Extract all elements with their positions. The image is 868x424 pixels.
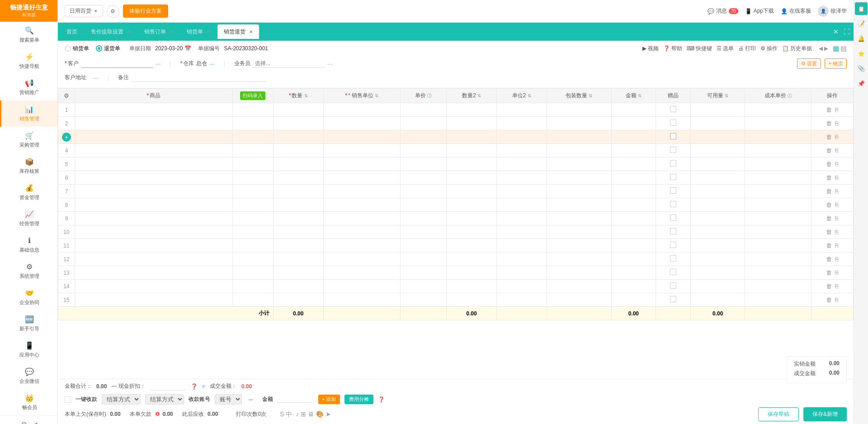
tab-close-1[interactable]: ✕ <box>127 29 131 34</box>
sidebar-item-库存核算[interactable]: 📦库存核算 <box>0 153 57 179</box>
gift-cell-4[interactable] <box>656 144 690 157</box>
pkgqty-cell-6[interactable] <box>547 171 611 185</box>
sidebar-item-经营管理[interactable]: 📈经营管理 <box>0 205 57 232</box>
pkgqty-cell-1[interactable] <box>547 103 611 117</box>
salesperson-input[interactable] <box>253 59 325 68</box>
cost-cell-11[interactable] <box>745 239 811 252</box>
qty2-cell-15[interactable] <box>447 293 497 307</box>
calendar-icon[interactable]: 📅 <box>184 45 191 52</box>
topbar-gear-button[interactable]: ⚙ <box>107 5 119 18</box>
tab-2[interactable]: 销售订单✕ <box>138 24 179 39</box>
unit-cell-6[interactable] <box>323 171 401 185</box>
product-cell-2[interactable] <box>75 117 233 130</box>
copy-row-btn-12[interactable]: ⎘ <box>834 255 840 263</box>
unit-cell-12[interactable] <box>323 252 401 266</box>
barcode-btn[interactable]: 扫码录入 <box>240 91 265 100</box>
available-cell-12[interactable] <box>690 252 745 266</box>
qty2-cell-5[interactable] <box>447 157 497 171</box>
delete-row-btn-15[interactable]: 🗑 <box>825 295 833 304</box>
history-btn[interactable]: 📋 历史单据 <box>782 45 812 52</box>
gift-cell-14[interactable] <box>656 280 690 293</box>
gift-cell-5[interactable] <box>656 157 690 171</box>
cost-cell-14[interactable] <box>745 280 811 293</box>
cost-cell-7[interactable] <box>745 185 811 198</box>
nav-prev-icon[interactable]: ◀ <box>819 45 823 52</box>
unit2-cell-15[interactable] <box>496 293 547 307</box>
gift-cell-11[interactable] <box>656 239 690 252</box>
pkgqty-cell-14[interactable] <box>547 280 611 293</box>
price-cell-4[interactable] <box>401 144 447 157</box>
delete-row-btn-9[interactable]: 🗑 <box>825 214 833 223</box>
qty-cell-2[interactable] <box>273 117 323 130</box>
sidebar-item-畅会员[interactable]: 👑畅会员 <box>0 389 57 415</box>
available-cell-7[interactable] <box>690 185 745 198</box>
available-cell-4[interactable] <box>690 144 745 157</box>
cost-cell-5[interactable] <box>745 157 811 171</box>
cost-cell-4[interactable] <box>745 144 811 157</box>
sidebar-item-新手引导[interactable]: 🆕新手引导 <box>0 310 57 337</box>
copy-row-btn-13[interactable]: ⎘ <box>834 268 840 277</box>
pkgqty-cell-10[interactable] <box>547 225 611 239</box>
price-cell-15[interactable] <box>401 293 447 307</box>
qty2-cell-8[interactable] <box>447 198 497 212</box>
cost-cell-12[interactable] <box>745 252 811 266</box>
remark-input[interactable] <box>131 73 267 82</box>
amount-cell-1[interactable] <box>611 103 656 117</box>
unit-cell-5[interactable] <box>323 157 401 171</box>
gift-cell-3[interactable] <box>656 130 690 144</box>
sidebar-item-应用中心[interactable]: 📱应用中心 <box>0 337 57 363</box>
address-selector-icon[interactable]: ··· <box>93 74 99 81</box>
amount-cell-7[interactable] <box>611 185 656 198</box>
gift-cell-1[interactable] <box>656 103 690 117</box>
cost-cell-13[interactable] <box>745 266 811 280</box>
qty-cell-9[interactable] <box>273 212 323 225</box>
price-cell-13[interactable] <box>401 266 447 280</box>
amount-input[interactable] <box>278 396 314 403</box>
product-cell-8[interactable] <box>75 198 233 212</box>
pkgqty-cell-13[interactable] <box>547 266 611 280</box>
collapse-icon[interactable]: ◀ <box>32 420 37 424</box>
discount-input[interactable] <box>150 382 186 391</box>
price-cell-3[interactable] <box>401 130 447 144</box>
qty-cell-13[interactable] <box>273 266 323 280</box>
available-cell-11[interactable] <box>690 239 745 252</box>
price-cell-7[interactable] <box>401 185 447 198</box>
price-cell-14[interactable] <box>401 280 447 293</box>
pkgqty-cell-7[interactable] <box>547 185 611 198</box>
unit2-cell-12[interactable] <box>496 252 547 266</box>
cost-cell-6[interactable] <box>745 171 811 185</box>
qty2-cell-11[interactable] <box>447 239 497 252</box>
amount-cell-10[interactable] <box>611 225 656 239</box>
unit2-cell-13[interactable] <box>496 266 547 280</box>
product-cell-15[interactable] <box>75 293 233 307</box>
product-cell-10[interactable] <box>75 225 233 239</box>
row-add-btn-cell[interactable]: + <box>58 130 75 144</box>
delete-row-btn-10[interactable]: 🗑 <box>825 228 833 236</box>
unit-cell-8[interactable] <box>323 198 401 212</box>
cost-cell-3[interactable] <box>745 130 811 144</box>
amount-cell-3[interactable] <box>611 130 656 144</box>
sidebar-item-搜索菜单[interactable]: 🔍搜索菜单 <box>0 22 57 48</box>
expand-tab-icon[interactable]: ⛶ <box>842 27 851 37</box>
table-th-barcode[interactable]: 扫码录入 <box>232 89 273 103</box>
sidebar-item-采购管理[interactable]: 🛒采购管理 <box>0 127 57 153</box>
video-btn[interactable]: ▶ 视频 <box>642 45 659 52</box>
unit2-cell-8[interactable] <box>496 198 547 212</box>
unit-cell-3[interactable] <box>323 130 401 144</box>
copy-row-btn-14[interactable]: ⎘ <box>834 282 840 291</box>
sidebar-item-企业协同[interactable]: 🤝企业协同 <box>0 284 57 310</box>
messages-button[interactable]: 💬 消息 70 <box>708 7 738 15</box>
add-row-button[interactable]: + <box>62 133 71 142</box>
online-service-button[interactable]: 👤 在线客服 <box>781 7 811 15</box>
product-cell-7[interactable] <box>75 185 233 198</box>
gift-cell-7[interactable] <box>656 185 690 198</box>
qty-cell-7[interactable] <box>273 185 323 198</box>
amount-cell-2[interactable] <box>611 117 656 130</box>
copy-row-btn-7[interactable]: ⎘ <box>834 187 840 195</box>
save-new-button[interactable]: 保存&新增 <box>803 407 847 421</box>
price-cell-10[interactable] <box>401 225 447 239</box>
tab-close-4[interactable]: ✕ <box>249 29 253 34</box>
copy-row-btn-5[interactable]: ⎘ <box>834 160 840 168</box>
customer-input[interactable] <box>81 59 153 68</box>
unit2-cell-14[interactable] <box>496 280 547 293</box>
